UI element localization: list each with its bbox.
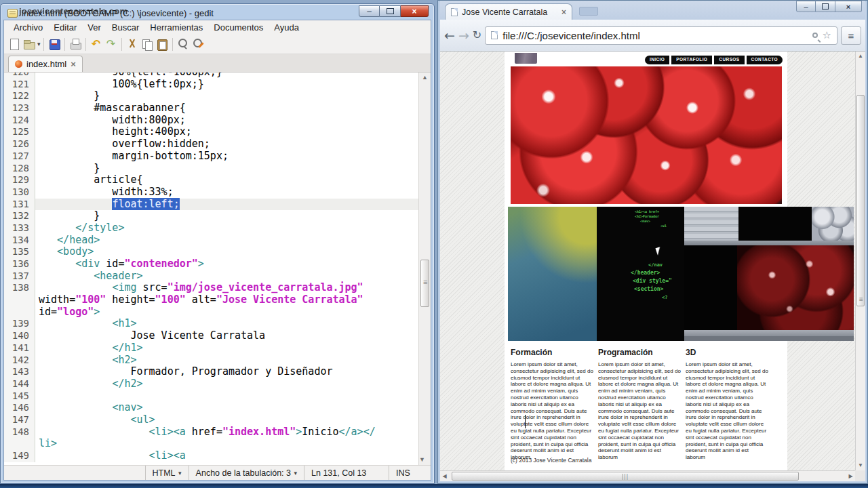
new-tab-button[interactable]	[579, 7, 598, 16]
menu-buscar[interactable]: Buscar	[106, 21, 144, 34]
tab-close-icon[interactable]: ×	[71, 59, 76, 69]
blender-article-image	[684, 207, 854, 341]
code-line[interactable]: 131 float:left;	[4, 199, 418, 211]
url-text[interactable]: file:///C:/josevicente/index.html	[502, 30, 807, 41]
nav-link-portafolio[interactable]: PORTAFOLIO	[671, 56, 712, 64]
browser-horizontal-scrollbar[interactable]: ◀ ||| ▶	[440, 470, 855, 481]
code-line[interactable]: 145	[4, 390, 418, 403]
minimize-button[interactable]: –	[359, 5, 380, 17]
chrome-toolbar: ← → ↻ file:///C:/josevicente/index.html …	[440, 20, 865, 52]
scroll-down-icon[interactable]: ▼	[419, 455, 431, 465]
code-line[interactable]: width="100" height="100" alt="Jose Vicen…	[4, 294, 418, 306]
gedit-app-icon	[7, 9, 18, 18]
close-button[interactable]: ×	[401, 5, 429, 17]
code-line[interactable]: 124 width:800px;	[4, 115, 418, 127]
editor-tab-index-html[interactable]: index.html ×	[8, 56, 83, 72]
save-icon[interactable]	[47, 37, 62, 52]
scroll-up-icon[interactable]: ▲	[422, 73, 428, 83]
find-replace-icon[interactable]	[191, 37, 205, 52]
menu-herramientas[interactable]: Herramientas	[144, 21, 208, 34]
taskbar[interactable]	[0, 484, 868, 488]
code-line[interactable]: 144 </h2>	[4, 378, 418, 390]
code-line[interactable]: 121 100%{left:0px;}	[4, 79, 418, 91]
browser-vertical-scrollbar[interactable]: ▲ ▼	[855, 52, 865, 472]
gedit-scrollbar-thumb[interactable]	[420, 260, 429, 307]
address-bar[interactable]: file:///C:/josevicente/index.html ☆	[485, 26, 837, 45]
menu-editar[interactable]: Editar	[48, 21, 82, 34]
search-icon[interactable]	[812, 33, 818, 38]
code-line[interactable]: 135 <body>	[4, 246, 418, 258]
code-overlay-text: <h1><a href=	[635, 209, 659, 214]
nav-link-cursos[interactable]: CURSOS	[714, 56, 744, 64]
chrome-menu-button[interactable]: ≡	[841, 26, 861, 45]
browser-vscrollbar-thumb[interactable]	[856, 95, 865, 306]
code-line[interactable]: 140 Jose Vicente Carratala	[4, 330, 418, 342]
editor-tab-label: index.html	[26, 59, 66, 69]
statusbar-language-selector[interactable]: HTML ▾	[145, 466, 189, 480]
gedit-vertical-scrollbar[interactable]: ▲ ▼	[418, 73, 431, 465]
nav-link-inicio[interactable]: INICIO	[645, 56, 669, 64]
code-line[interactable]: 138 <img src="img/jose_vicente_carratala…	[4, 282, 418, 294]
code-line[interactable]: 128 }	[4, 163, 418, 175]
article-body-formacion: Lorem ipsum dolor sit amet, consectetur …	[511, 361, 595, 461]
code-line[interactable]: 133 </style>	[4, 222, 418, 235]
menu-archivo[interactable]: Archivo	[8, 21, 48, 34]
code-line[interactable]: li>	[4, 438, 418, 450]
page-icon	[491, 31, 498, 39]
scroll-up-icon[interactable]: ▲	[856, 52, 865, 61]
formacion-article-image	[508, 207, 597, 341]
undo-icon[interactable]: ↶	[89, 37, 104, 52]
code-line[interactable]: 129 article{	[4, 174, 418, 186]
scroll-left-icon[interactable]: ◀	[440, 473, 449, 479]
scroll-right-icon[interactable]: ▶	[846, 473, 855, 479]
find-icon[interactable]	[176, 37, 191, 52]
code-line[interactable]: 130 width:33%;	[4, 186, 418, 199]
code-line[interactable]: 142 <h2>	[4, 354, 418, 367]
code-line[interactable]: 137 <header>	[4, 270, 418, 283]
code-line[interactable]: 126 overflow:hidden;	[4, 138, 418, 150]
cut-icon[interactable]	[125, 37, 140, 52]
close-button[interactable]: ×	[835, 1, 862, 12]
tab-close-icon[interactable]: ×	[561, 7, 566, 17]
forward-icon[interactable]: →	[458, 29, 469, 42]
code-line[interactable]: 136 <div id="contenedor">	[4, 258, 418, 270]
gedit-text-area[interactable]: 120 90%{left:-1000px;}121 100%{left:0px;…	[4, 73, 431, 465]
article-heading-formacion: Formación	[511, 348, 595, 357]
print-icon[interactable]	[68, 37, 83, 52]
gedit-body: Archivo Editar Ver Buscar Herramientas D…	[3, 20, 431, 481]
code-line[interactable]: 141 </h1>	[4, 342, 418, 354]
maximize-button[interactable]	[380, 5, 401, 17]
open-file-icon[interactable]	[22, 37, 37, 52]
scroll-down-icon[interactable]: ▼	[856, 461, 865, 470]
code-line[interactable]: 148 <li><a href="index.html">Inicio</a><…	[4, 426, 418, 439]
code-line[interactable]: 147 <ul>	[4, 414, 418, 426]
code-line[interactable]: 122 }	[4, 90, 418, 102]
statusbar-tab-width-selector[interactable]: Ancho de la tabulación: 3 ▾	[189, 466, 304, 480]
copy-icon[interactable]	[140, 37, 155, 52]
code-line[interactable]: 149 <li><a	[4, 450, 418, 462]
code-line[interactable]: 146 <nav>	[4, 402, 418, 414]
code-line[interactable]: 123 #mascarabanner{	[4, 102, 418, 115]
code-line[interactable]: 125 height:400px;	[4, 126, 418, 138]
browser-tab[interactable]: Jose Vicente Carratala ×	[445, 3, 572, 20]
back-icon[interactable]: ←	[444, 29, 455, 42]
maximize-button[interactable]	[816, 1, 835, 12]
minimize-button[interactable]: –	[796, 1, 816, 12]
paste-icon[interactable]	[155, 37, 170, 52]
code-line[interactable]: 134 </head>	[4, 235, 418, 247]
code-line[interactable]: 139 <h1>	[4, 318, 418, 330]
code-line[interactable]: id="logo">	[4, 306, 418, 319]
menu-ayuda[interactable]: Ayuda	[269, 21, 304, 34]
browser-hscrollbar-thumb[interactable]: |||	[452, 472, 799, 481]
code-line[interactable]: 127 margin-bottom:15px;	[4, 150, 418, 163]
bookmark-star-icon[interactable]: ☆	[823, 29, 831, 41]
menu-documentos[interactable]: Documentos	[208, 21, 269, 34]
menu-ver[interactable]: Ver	[82, 21, 106, 34]
reload-icon[interactable]: ↻	[473, 30, 481, 41]
code-line[interactable]: 143 Formador, Programador y Diseñador	[4, 366, 418, 378]
redo-icon[interactable]: ↷	[104, 37, 119, 52]
code-line[interactable]: 132 }	[4, 210, 418, 222]
new-document-icon[interactable]	[7, 37, 22, 52]
open-dropdown-icon[interactable]: ▾	[37, 41, 41, 47]
nav-link-contacto[interactable]: CONTACTO	[747, 56, 783, 64]
